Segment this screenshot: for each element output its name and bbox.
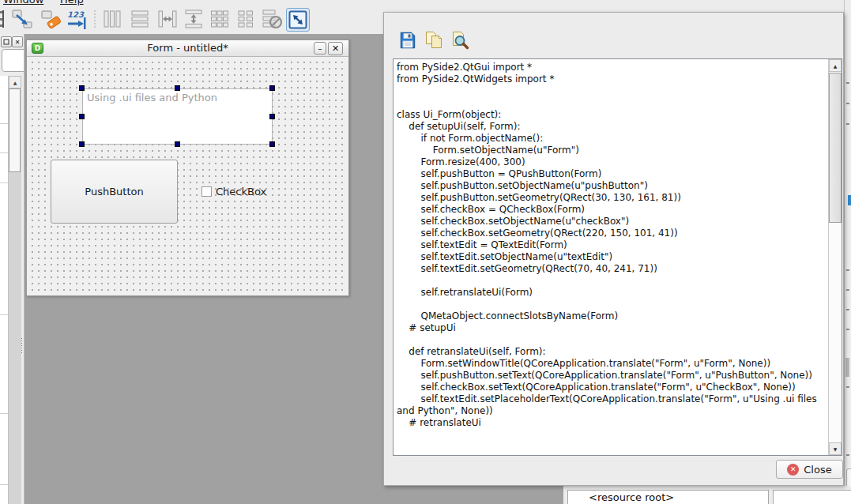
code-line: Form.setObjectName(u"Form") [397,145,827,156]
resource-root-item[interactable]: <resource root> [589,491,674,503]
qtextedit-widget[interactable]: Using .ui files and Python [82,88,273,145]
selection-handle-top-middle[interactable] [175,85,180,91]
panel-fragment [846,386,849,388]
code-line: def setupUi(self, Form): [397,121,827,133]
widget-box-list[interactable] [0,76,8,504]
form-canvas[interactable]: Using .ui files and Python PushButton Ch… [27,57,347,295]
selection-handle-top-left[interactable] [79,85,85,91]
layout-horizontal-glyph [101,8,123,30]
widget-box-dock: ✕ ▲ [0,34,24,504]
panel-fragment [846,309,849,310]
edit-tab-order-icon[interactable]: 123 [65,8,87,30]
panel-fragment [846,269,849,271]
selection-handle-bottom-middle[interactable] [175,141,180,147]
break-layout-glyph [261,8,283,30]
widget-search-input[interactable] [2,49,24,72]
layout-vertical-splitter-icon[interactable] [183,8,205,30]
find-icon[interactable] [450,30,470,51]
code-line: self.retranslateUi(Form) [397,287,827,299]
layout-form-glyph [235,8,257,30]
edit-signals-slots-icon[interactable] [11,8,33,30]
edit-widgets-glyph [0,8,8,30]
buddy-tag-glyph [40,8,62,30]
widget-category-separator [0,484,8,485]
scroll-down-icon[interactable]: ▼ [829,442,842,455]
floppy-glyph [398,31,417,50]
code-lines: from PySide2.QtGui import *from PySide2.… [397,62,827,429]
layout-grid-icon[interactable] [209,8,231,30]
v-splitter-glyph [183,8,205,30]
resource-browser-dock: <resource root> [563,486,851,504]
edit-widgets-icon[interactable] [0,8,8,30]
layout-horizontal-icon[interactable] [101,8,123,30]
widget-category-separator [0,152,8,153]
copy-icon[interactable] [424,30,445,51]
menubar: Window Help [0,0,851,7]
checkbox-label: CheckBox [216,186,266,197]
resource-preview-pane[interactable] [773,490,851,504]
code-line: self.checkBox.setText(QCoreApplication.t… [397,382,827,393]
form-minimize-button[interactable]: – [314,42,326,55]
qcheckbox-widget[interactable]: CheckBox [201,175,281,208]
layout-horizontal-splitter-icon[interactable] [156,8,179,30]
dock-float-button[interactable] [1,36,12,47]
close-icon: ✕ [332,43,339,54]
widget-box-scroll-thumb[interactable] [9,88,21,172]
code-line: self.textEdit = QTextEdit(Form) [397,239,827,251]
code-line: # setupUi [397,322,827,334]
selection-handle-top-right[interactable] [269,85,275,91]
break-layout-icon[interactable] [261,8,283,30]
form-close-button[interactable]: ✕ [328,42,343,55]
code-line: Form.setWindowTitle(QCoreApplication.tra… [397,358,827,370]
code-line: from PySide2.QtWidgets import * [397,73,827,85]
dock-splitter-handle[interactable] [21,337,23,353]
code-line: self.pushButton.setText(QCoreApplication… [397,370,827,382]
code-line: self.checkBox.setGeometry(QRect(220, 150… [397,228,827,239]
layout-vertical-icon[interactable] [129,8,151,30]
selection-handle-bottom-right[interactable] [269,141,275,147]
layout-vertical-glyph [129,8,151,30]
checkbox-indicator[interactable] [201,186,212,197]
panel-fragment [846,82,849,84]
adjust-size-icon[interactable] [286,8,310,32]
panel-fragment [846,103,849,104]
code-line: self.checkBox = QCheckBox(Form) [397,204,827,216]
h-splitter-glyph [156,8,179,30]
code-line: class Ui_Form(object): [397,109,827,121]
view-code-dialog: from PySide2.QtGui import *from PySide2.… [383,12,844,486]
code-view[interactable]: from PySide2.QtGui import *from PySide2.… [393,58,842,456]
panel-scrollbar-fragment [845,358,849,377]
code-line: self.pushButton.setGeometry(QRect(30, 13… [397,192,827,204]
menu-window[interactable]: Window [3,0,43,6]
layout-form-icon[interactable] [235,8,257,30]
dock-close-button[interactable]: ✕ [12,36,23,47]
widget-category-separator [0,413,8,414]
qpushbutton-widget[interactable]: PushButton [51,160,178,224]
menu-help[interactable]: Help [60,0,84,6]
close-button[interactable]: ✕ Close [776,460,843,479]
close-red-icon: ✕ [787,464,799,476]
scroll-up-icon[interactable]: ▲ [9,76,21,88]
code-line: self.checkBox.setObjectName(u"checkBox") [397,216,827,228]
selection-handle-bottom-left[interactable] [79,141,85,147]
code-line: self.pushButton.setObjectName(u"pushButt… [397,180,827,192]
widget-category-separator [0,123,8,124]
scroll-up-icon[interactable]: ▲ [829,59,842,72]
code-scroll-thumb[interactable] [829,73,842,223]
form-window-titlebar[interactable]: D Form - untitled* – ✕ [27,40,348,57]
tab-order-glyph: 123 [65,8,87,30]
code-line: from PySide2.QtGui import * [397,62,827,73]
resource-tree[interactable]: <resource root> [567,490,769,504]
close-button-label: Close [804,464,831,476]
copy-pages-glyph [424,31,445,50]
selection-handle-middle-right[interactable] [269,114,275,119]
code-line: if not Form.objectName(): [397,133,827,145]
edit-buddies-icon[interactable] [40,8,62,30]
signals-slots-glyph [11,8,33,30]
code-scrollbar[interactable]: ▲ ▼ [828,59,842,455]
code-line [397,85,827,97]
save-icon[interactable] [397,30,418,51]
widget-box-scrollbar[interactable]: ▲ [8,76,21,504]
selection-handle-middle-left[interactable] [79,114,85,119]
code-line: Form.resize(400, 300) [397,156,827,168]
